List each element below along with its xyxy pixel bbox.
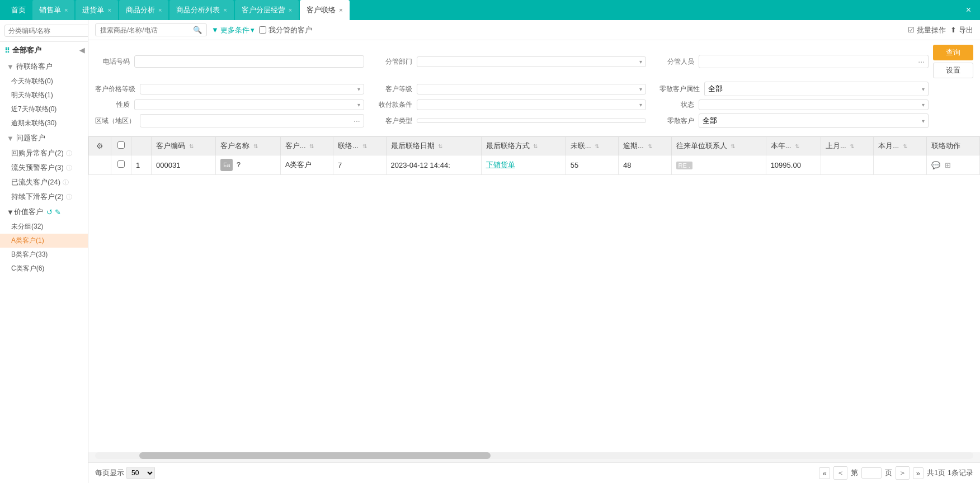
contacts-sorter-icon[interactable]: ⇅: [362, 143, 367, 149]
sidebar-item-lost-warning[interactable]: 流失预警客户(3) ⓘ: [0, 160, 88, 175]
page-input[interactable]: 1: [861, 467, 882, 479]
nav-tab-sales[interactable]: 销售单 ×: [32, 0, 74, 20]
th-overdue[interactable]: 逾期... ⇅: [619, 137, 671, 155]
pagination: « ＜ 第 1 页 ＞ » 共1页 1条记录: [819, 466, 973, 480]
price-select[interactable]: ▾: [140, 84, 364, 94]
next-page-btn[interactable]: ＞: [896, 466, 910, 480]
pay-select[interactable]: ▾: [417, 100, 647, 110]
first-page-btn[interactable]: «: [819, 467, 830, 479]
th-contacts[interactable]: 联络... ⇅: [333, 137, 386, 155]
horizontal-scrollbar[interactable]: [95, 452, 973, 459]
th-this-year[interactable]: 本年... ⇅: [766, 137, 821, 155]
batch-op-btn[interactable]: ☑ 批量操作: [908, 25, 946, 35]
status-select[interactable]: ▾: [699, 100, 929, 110]
value-refresh-icon[interactable]: ↺: [46, 208, 53, 216]
nav-tab-analysis-list-close[interactable]: ×: [223, 7, 227, 13]
window-close-btn[interactable]: ×: [962, 5, 976, 15]
nav-tab-analysis[interactable]: 商品分析 ×: [119, 0, 168, 20]
retail-select[interactable]: 全部 ▾: [699, 113, 929, 128]
not-contacted-sorter-icon[interactable]: ⇅: [595, 143, 599, 149]
th-name[interactable]: 客户名称 ⇅: [216, 137, 280, 155]
row-last-method-cell[interactable]: 下销货单: [481, 155, 566, 175]
sidebar-all-customers[interactable]: ⠿ 全部客户 ◀: [0, 42, 88, 59]
sidebar-item-7days[interactable]: 近7天待联络(0): [0, 102, 88, 116]
sidebar-item-repurchase[interactable]: 回购异常客户(2) ⓘ: [0, 146, 88, 160]
sidebar-item-decline[interactable]: 持续下滑客户(2) ⓘ: [0, 190, 88, 204]
th-level[interactable]: 客户... ⇅: [280, 137, 333, 155]
th-last-date[interactable]: 最后联络日期 ⇅: [386, 137, 481, 155]
nav-tab-customer-contact-close[interactable]: ×: [339, 7, 342, 13]
this-month-sorter-icon[interactable]: ⇅: [903, 143, 907, 149]
nav-tab-customer-segment-close[interactable]: ×: [289, 7, 292, 13]
sidebar-item-overdue[interactable]: 逾期未联络(30): [0, 116, 88, 130]
row-overdue-cell: 48: [619, 155, 671, 175]
th-contacts2[interactable]: 往来单位联系人 ⇅: [671, 137, 766, 155]
sidebar-item-lost[interactable]: 已流失客户(24) ⓘ: [0, 175, 88, 190]
th-last-month[interactable]: 上月... ⇅: [821, 137, 873, 155]
chat-icon[interactable]: 💬: [931, 161, 940, 169]
person-select[interactable]: ···: [699, 55, 929, 68]
my-customers-checkbox[interactable]: [259, 26, 266, 34]
dept-select[interactable]: ▾: [417, 56, 647, 67]
sidebar-item-b-class[interactable]: B类客户(33): [0, 248, 88, 262]
sidebar-problem-customer-header[interactable]: ▼ 问题客户: [0, 130, 88, 146]
sidebar-pending-contact-header[interactable]: ▼ 待联络客户: [0, 59, 88, 74]
nav-tab-customer-segment[interactable]: 客户分层经营 ×: [235, 0, 299, 20]
sidebar-item-a-class[interactable]: A类客户(1): [0, 234, 88, 248]
th-not-contacted[interactable]: 未联... ⇅: [566, 137, 618, 155]
prev-page-btn[interactable]: ＜: [833, 466, 847, 480]
filter-my-customers[interactable]: 我分管的客户: [259, 25, 312, 35]
contacts2-sorter-icon[interactable]: ⇅: [731, 143, 735, 149]
last-month-sorter-icon[interactable]: ⇅: [850, 143, 854, 149]
filter-more-label: 更多条件: [220, 25, 249, 35]
name-sorter-icon[interactable]: ⇅: [253, 143, 258, 149]
sidebar-item-tomorrow[interactable]: 明天待联络(1): [0, 88, 88, 102]
query-button[interactable]: 查询: [933, 45, 973, 60]
nav-tab-analysis-list[interactable]: 商品分析列表 ×: [169, 0, 233, 20]
value-edit-icon[interactable]: ✎: [55, 208, 61, 216]
export-btn[interactable]: ⬆ 导出: [950, 25, 973, 35]
sidebar-item-ungroup[interactable]: 未分组(32): [0, 220, 88, 234]
last-date-sorter-icon[interactable]: ⇅: [438, 143, 442, 149]
nav-tab-purchase[interactable]: 进货单 ×: [76, 0, 117, 20]
th-last-method[interactable]: 最后联络方式 ⇅: [481, 137, 566, 155]
nav-tab-analysis-close[interactable]: ×: [158, 7, 162, 13]
type-select[interactable]: [417, 119, 647, 123]
retail-attr-select[interactable]: 全部 ▾: [704, 82, 929, 96]
settings-gear-icon[interactable]: ⚙: [96, 141, 103, 150]
repurchase-label: 回购异常客户(2): [11, 148, 64, 158]
sidebar-search-input[interactable]: [4, 25, 88, 37]
nav-tab-customer-contact[interactable]: 客户联络 ×: [300, 0, 349, 20]
level-select[interactable]: ▾: [417, 84, 647, 94]
sidebar-item-today[interactable]: 今天待联络(0): [0, 74, 88, 88]
sidebar-item-c-class[interactable]: C类客户(6): [0, 262, 88, 276]
select-all-checkbox[interactable]: [117, 141, 125, 149]
filter-more-btn[interactable]: ▼ 更多条件 ▾: [211, 25, 255, 35]
filter-cell-type: 客户类型: [378, 116, 647, 126]
nav-tab-sales-close[interactable]: ×: [64, 7, 68, 13]
nav-home[interactable]: 首页: [4, 5, 32, 15]
filter-search-icon[interactable]: 🔍: [193, 26, 202, 34]
nav-tab-purchase-close[interactable]: ×: [107, 7, 111, 13]
qr-icon[interactable]: ⊞: [945, 161, 951, 169]
th-code[interactable]: 客户编码 ⇅: [152, 137, 216, 155]
filter-cell-phone: 电话号码: [95, 55, 364, 68]
code-sorter-icon[interactable]: ⇅: [189, 143, 194, 149]
sidebar-value-customer-header[interactable]: ▼ 价值客户 ↺ ✎: [0, 204, 88, 220]
filter-search-input[interactable]: [100, 26, 193, 34]
th-this-month[interactable]: 本月... ⇅: [874, 137, 926, 155]
row-checkbox[interactable]: [117, 160, 125, 168]
nature-select[interactable]: ▾: [134, 100, 364, 110]
per-page-select[interactable]: 50100200: [126, 467, 155, 479]
last-method-sorter-icon[interactable]: ⇅: [533, 143, 538, 149]
this-year-sorter-icon[interactable]: ⇅: [795, 143, 799, 149]
region-select[interactable]: ···: [140, 114, 364, 127]
setup-button[interactable]: 设置: [933, 63, 973, 78]
scrollbar-thumb[interactable]: [139, 452, 491, 459]
last-method-link[interactable]: 下销货单: [486, 160, 515, 169]
level-sorter-icon[interactable]: ⇅: [309, 143, 314, 149]
collapse-icon[interactable]: ◀: [79, 46, 84, 54]
overdue-sorter-icon[interactable]: ⇅: [648, 143, 652, 149]
last-page-btn[interactable]: »: [913, 467, 924, 479]
phone-input[interactable]: [134, 55, 364, 68]
